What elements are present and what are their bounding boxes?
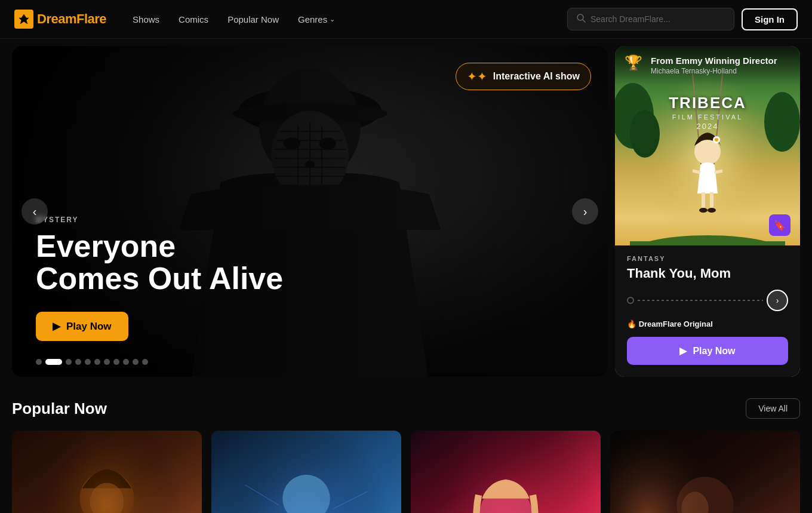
award-icon: 🏆 (625, 56, 644, 70)
right-hero-poster: 🏆 From Emmy Winning Director Michaela Te… (615, 46, 800, 245)
right-hero-bottom: FANTASY Thank You, Mom › 🔥 DreamFlare Or… (615, 245, 800, 377)
award-label: From Emmy Winning Director (651, 56, 791, 66)
hero-title: Everyone Comes Out Alive (36, 230, 283, 295)
carousel-dot[interactable] (75, 359, 81, 365)
svg-rect-41 (12, 431, 202, 513)
svg-point-33 (708, 208, 716, 213)
carousel-dot[interactable] (113, 359, 119, 365)
right-carousel-dot-prev[interactable] (627, 297, 634, 304)
festival-info: TRIBECA FILM FESTIVAL 2024 (615, 94, 800, 131)
right-title: Thank You, Mom (627, 266, 788, 281)
logo: DreamFlare (14, 10, 106, 29)
hero-left-content: MYSTERY Everyone Comes Out Alive ▶ Play … (36, 216, 283, 341)
chevron-down-icon: ⌄ (330, 16, 335, 23)
carousel-dot[interactable] (36, 359, 42, 365)
svg-rect-52 (411, 431, 601, 513)
nav-links: Shows Comics Popular Now Genres ⌄ (125, 11, 342, 28)
award-subtitle: Michaela Ternasky-Holland (651, 67, 791, 75)
ai-badge-text: Interactive AI show (493, 71, 580, 82)
bookmark-icon: 🔖 (774, 220, 786, 231)
play-icon: ▶ (53, 320, 60, 333)
popular-card-2[interactable] (211, 431, 401, 513)
carousel-dot[interactable] (123, 359, 129, 365)
award-info: From Emmy Winning Director Michaela Tern… (651, 56, 791, 75)
carousel-dot[interactable] (85, 359, 91, 365)
search-icon (576, 13, 586, 25)
popular-now-grid (12, 431, 800, 513)
play-icon: ▶ (679, 345, 687, 357)
carousel-dot[interactable] (104, 359, 110, 365)
popular-now-section: Popular Now View All (0, 384, 812, 513)
popular-card-1[interactable] (12, 431, 202, 513)
nav-shows[interactable]: Shows (125, 11, 167, 28)
carousel-dots (36, 359, 148, 365)
navbar-left: DreamFlare Shows Comics Popular Now Genr… (14, 10, 342, 29)
hero-play-button[interactable]: ▶ Play Now (36, 312, 128, 341)
popular-card-4[interactable] (610, 431, 800, 513)
hero-left-panel: ✦✦ Interactive AI show MYSTERY Everyone … (12, 46, 608, 377)
svg-point-35 (715, 138, 718, 142)
nav-genres[interactable]: Genres ⌄ (291, 11, 342, 28)
right-carousel-dot-next[interactable]: › (767, 290, 788, 311)
right-play-button[interactable]: ▶ Play Now (627, 337, 788, 365)
popular-card-3[interactable] (411, 431, 601, 513)
hero-section: ✦✦ Interactive AI show MYSTERY Everyone … (0, 39, 812, 384)
right-genre: FANTASY (627, 255, 788, 262)
hero-prev-arrow[interactable]: ‹ (21, 198, 48, 225)
flame-icon: 🔥 (627, 320, 636, 328)
svg-rect-44 (211, 431, 401, 513)
logo-text: DreamFlare (37, 11, 106, 27)
nav-popular-now[interactable]: Popular Now (220, 11, 286, 28)
right-carousel-row: › (627, 290, 788, 311)
festival-title: TRIBECA (615, 94, 800, 112)
hero-next-arrow[interactable]: › (572, 198, 598, 225)
carousel-dot[interactable] (133, 359, 139, 365)
logo-icon (14, 10, 33, 29)
festival-year: 2024 (615, 122, 800, 131)
view-all-button[interactable]: View All (746, 398, 800, 419)
sign-in-button[interactable]: Sign In (742, 8, 798, 30)
svg-line-1 (583, 20, 585, 22)
navbar: DreamFlare Shows Comics Popular Now Genr… (0, 0, 812, 39)
carousel-line (638, 300, 763, 301)
tribeca-header: 🏆 From Emmy Winning Director Michaela Te… (615, 46, 800, 85)
navbar-right: Sign In (567, 8, 798, 30)
hero-genre: MYSTERY (36, 216, 283, 224)
svg-point-32 (699, 208, 708, 213)
search-input[interactable] (590, 14, 725, 24)
carousel-dot[interactable] (94, 359, 100, 365)
hero-right-panel: 🏆 From Emmy Winning Director Michaela Te… (615, 46, 800, 377)
festival-subtitle: FILM FESTIVAL (615, 113, 800, 121)
bookmark-badge[interactable]: 🔖 (769, 214, 791, 236)
popular-now-title: Popular Now (12, 400, 107, 418)
ai-badge: ✦✦ Interactive AI show (456, 63, 591, 90)
dreamflare-original-badge: 🔥 DreamFlare Original (627, 320, 788, 328)
nav-comics[interactable]: Comics (171, 11, 216, 28)
dreamflare-logo-text: 🔥 DreamFlare Original (627, 320, 713, 328)
sparkle-icon: ✦✦ (467, 69, 487, 84)
svg-line-37 (715, 171, 722, 173)
popular-now-header: Popular Now View All (12, 398, 800, 419)
carousel-dot[interactable] (142, 359, 148, 365)
search-bar[interactable] (567, 8, 734, 30)
svg-rect-25 (630, 241, 785, 245)
carousel-dot-active[interactable] (45, 359, 62, 365)
svg-line-36 (693, 171, 700, 173)
carousel-dot[interactable] (66, 359, 72, 365)
